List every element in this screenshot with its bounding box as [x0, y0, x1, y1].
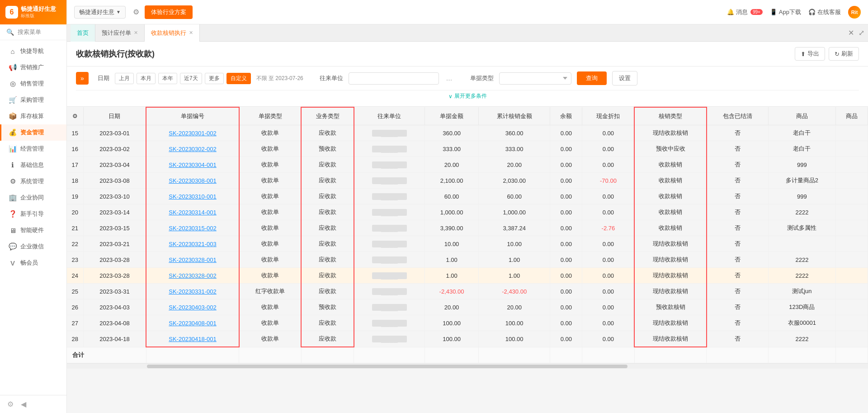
- cell-goods: 2222: [769, 204, 835, 220]
- doc-link[interactable]: SK-20230403-002: [169, 304, 217, 311]
- messages-button[interactable]: 🔔 消息 99+: [727, 8, 763, 16]
- tab-close-prepay[interactable]: ✕: [134, 30, 138, 36]
- cell-date: 2023-03-02: [83, 141, 146, 157]
- cell-docno: SK-20230308-001: [146, 173, 239, 189]
- cell-goods: 999: [769, 157, 835, 173]
- export-button[interactable]: ⬆ 导出: [795, 47, 825, 61]
- collapse-icon[interactable]: ◀: [21, 400, 26, 408]
- sidebar-item-quick-nav[interactable]: ⌂ 快捷导航: [0, 43, 66, 59]
- main-area: 畅捷通好生意 ▼ ⚙ 体验行业方案 🔔 消息 99+ 📱 App下载 🎧 在线客…: [67, 0, 868, 413]
- date-this-month-btn[interactable]: 本月: [137, 73, 156, 84]
- expand-tabs-icon[interactable]: ⤢: [859, 28, 864, 37]
- sidebar-item-corp[interactable]: 🏢 企业协同: [0, 190, 66, 206]
- sidebar-item-vip[interactable]: V 畅会员: [0, 255, 66, 271]
- doc-link[interactable]: SK-20230315-002: [169, 225, 217, 232]
- cell-doctype: 收款单: [239, 331, 302, 347]
- doc-link[interactable]: SK-20230328-002: [169, 272, 217, 279]
- query-button[interactable]: 查询: [577, 71, 607, 85]
- search-menu[interactable]: 🔍 搜索菜单: [0, 24, 66, 40]
- cell-goods2: [835, 204, 868, 220]
- doc-link[interactable]: SK-20230301-002: [169, 130, 217, 137]
- close-all-icon[interactable]: ✕: [848, 28, 854, 37]
- doc-link[interactable]: SK-20230408-001: [169, 320, 217, 327]
- cell-no: 19: [67, 189, 83, 204]
- cell-doctype: 收款单: [239, 220, 302, 236]
- cell-discount: 0.00: [582, 141, 634, 157]
- workspace-dropdown[interactable]: 畅捷通好生意 ▼: [74, 6, 126, 19]
- messages-label: 消息: [736, 8, 748, 16]
- app-download-button[interactable]: 📱 App下载: [770, 8, 801, 16]
- doc-type-select[interactable]: [499, 72, 571, 85]
- doc-link[interactable]: SK-20230302-002: [169, 146, 217, 152]
- date-custom-btn[interactable]: 自定义: [226, 73, 251, 84]
- scrollbar-thumb[interactable]: [147, 365, 627, 368]
- cell-goods2: [835, 236, 868, 252]
- doc-link[interactable]: SK-20230418-001: [169, 336, 217, 342]
- date-more-btn[interactable]: 更多: [205, 73, 224, 84]
- cell-docno: SK-20230301-002: [146, 125, 239, 141]
- expand-more-conditions[interactable]: ∨ 展开更多条件: [76, 90, 859, 102]
- sidebar-item-marketing[interactable]: 📢 营销推广: [0, 59, 66, 76]
- settings-button[interactable]: 设置: [612, 71, 637, 85]
- doc-link[interactable]: SK-20230304-001: [169, 161, 217, 168]
- cell-goods2: [835, 331, 868, 347]
- cell-verified: 60.00: [479, 189, 550, 204]
- user-avatar[interactable]: Rit: [848, 6, 861, 19]
- sidebar-item-system[interactable]: ⚙ 系统管理: [0, 173, 66, 190]
- cell-doctype: 收款单: [239, 157, 302, 173]
- chart-icon: 📊: [9, 145, 17, 153]
- cell-partner: ████: [354, 141, 425, 157]
- cell-goods: 999: [769, 189, 835, 204]
- sidebar-item-guide[interactable]: ❓ 新手引导: [0, 206, 66, 222]
- cell-date: 2023-03-15: [83, 220, 146, 236]
- cell-settled: 否: [707, 220, 769, 236]
- footer-settled: [707, 347, 769, 363]
- tab-close-receivable[interactable]: ✕: [189, 30, 193, 36]
- date-this-year-btn[interactable]: 本年: [158, 73, 177, 84]
- sidebar-item-sales[interactable]: ◎ 销售管理: [0, 76, 66, 92]
- tab-prepay[interactable]: 预计应付单 ✕: [95, 24, 145, 42]
- cell-no: 16: [67, 141, 83, 157]
- table-scrollbar[interactable]: [67, 363, 868, 369]
- cell-doctype: 收款单: [239, 252, 302, 268]
- megaphone-icon: 📢: [9, 63, 17, 71]
- topbar: 畅捷通好生意 ▼ ⚙ 体验行业方案 🔔 消息 99+ 📱 App下载 🎧 在线客…: [67, 0, 868, 24]
- sidebar-item-inventory[interactable]: 📦 库存核算: [0, 108, 66, 124]
- tab-receivable[interactable]: 收款核销执行 ✕: [145, 24, 200, 42]
- cell-partner: ████: [354, 284, 425, 299]
- date-last-month-btn[interactable]: 上月: [115, 73, 134, 84]
- table-header-row: ⚙ 日期 单据编号 单据类型 业务类型 往来单位 单据金额 累计核销金额 余额 …: [67, 107, 868, 125]
- footer-docno: [146, 347, 239, 363]
- date-7days-btn[interactable]: 近7天: [180, 73, 202, 84]
- sidebar-item-hardware[interactable]: 🖥 智能硬件: [0, 222, 66, 238]
- doc-link[interactable]: SK-20230331-002: [169, 288, 217, 295]
- tab-home[interactable]: 首页: [71, 24, 95, 42]
- filter-expand-toggle[interactable]: »: [76, 72, 89, 85]
- col-goods-header: 商品: [769, 107, 835, 125]
- settings-bottom-icon[interactable]: ⚙: [7, 400, 14, 408]
- sidebar-item-operation[interactable]: 📊 经营管理: [0, 141, 66, 157]
- doc-link[interactable]: SK-20230321-003: [169, 241, 217, 247]
- sidebar-item-wechat[interactable]: 💬 企业微信: [0, 238, 66, 255]
- info-icon: ℹ: [9, 161, 17, 169]
- partner-filter-input[interactable]: [349, 72, 439, 85]
- settings-icon[interactable]: ⚙: [133, 8, 139, 16]
- col-settings-header[interactable]: ⚙: [67, 107, 83, 125]
- sidebar-item-finance[interactable]: 💰 资金管理: [0, 124, 66, 141]
- online-service-button[interactable]: 🎧 在线客服: [808, 8, 841, 16]
- cell-verified: 100.00: [479, 331, 550, 347]
- doc-link[interactable]: SK-20230308-001: [169, 177, 217, 184]
- chevron-down-icon: ∨: [448, 93, 453, 100]
- sidebar-logo: 6 畅捷通好生意 标推版: [0, 0, 66, 24]
- sidebar-item-label: 企业微信: [20, 242, 44, 251]
- doc-link[interactable]: SK-20230314-001: [169, 209, 217, 216]
- cell-verified: 20.00: [479, 299, 550, 315]
- refresh-button[interactable]: ↻ 刷新: [829, 47, 859, 61]
- sidebar-item-purchase[interactable]: 🛒 采购管理: [0, 92, 66, 108]
- industry-solution-button[interactable]: 体验行业方案: [145, 5, 193, 19]
- gear-icon: ⚙: [9, 177, 17, 185]
- doc-link[interactable]: SK-20230310-001: [169, 193, 217, 200]
- home-tab-label: 首页: [77, 29, 89, 37]
- doc-link[interactable]: SK-20230328-001: [169, 256, 217, 263]
- sidebar-item-basic[interactable]: ℹ 基础信息: [0, 157, 66, 173]
